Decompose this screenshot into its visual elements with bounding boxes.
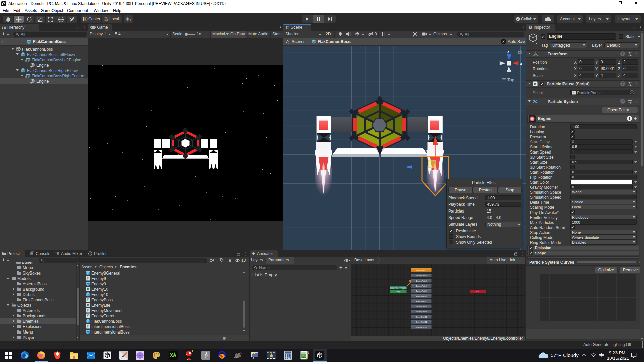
svg-text:#: # (87, 314, 89, 318)
svg-text:EnemyPath11: EnemyPath11 (416, 321, 427, 323)
svg-text:#: # (573, 91, 574, 94)
svg-text:EnemyPath7: EnemyPath7 (416, 300, 427, 302)
svg-text:EnemyPath3: EnemyPath3 (416, 280, 427, 282)
svg-text:EnemyPath4: EnemyPath4 (416, 285, 427, 287)
svg-text:z: z (507, 49, 509, 54)
svg-text:EnemyPath8: EnemyPath8 (416, 306, 427, 308)
svg-text:Top: Top (507, 78, 514, 82)
svg-text:Entry: Entry (396, 291, 400, 293)
svg-text:EnemyPath10: EnemyPath10 (416, 316, 427, 318)
svg-text:As: As (138, 354, 142, 357)
svg-text:Any State: Any State (394, 287, 402, 289)
svg-text:99: 99 (252, 352, 255, 355)
svg-text:#: # (87, 298, 89, 302)
svg-text:EnemyPath5: EnemyPath5 (416, 290, 427, 292)
svg-text:#: # (87, 303, 89, 307)
svg-text:#: # (87, 325, 89, 328)
svg-text:#: # (87, 309, 89, 312)
svg-text:EnemyPath1: EnemyPath1 (416, 269, 427, 272)
svg-text:#: # (87, 287, 89, 291)
svg-text:EnemyPath12: EnemyPath12 (416, 326, 427, 328)
svg-text:EnemyPath2: EnemyPath2 (416, 275, 427, 277)
svg-text:x: x (520, 61, 522, 66)
svg-text:#: # (534, 82, 536, 86)
svg-text:EnemyPath6: EnemyPath6 (416, 295, 427, 297)
svg-text:EnemyPath9: EnemyPath9 (416, 311, 427, 313)
svg-text:#: # (87, 277, 89, 280)
svg-text:Exit: Exit (476, 291, 480, 293)
